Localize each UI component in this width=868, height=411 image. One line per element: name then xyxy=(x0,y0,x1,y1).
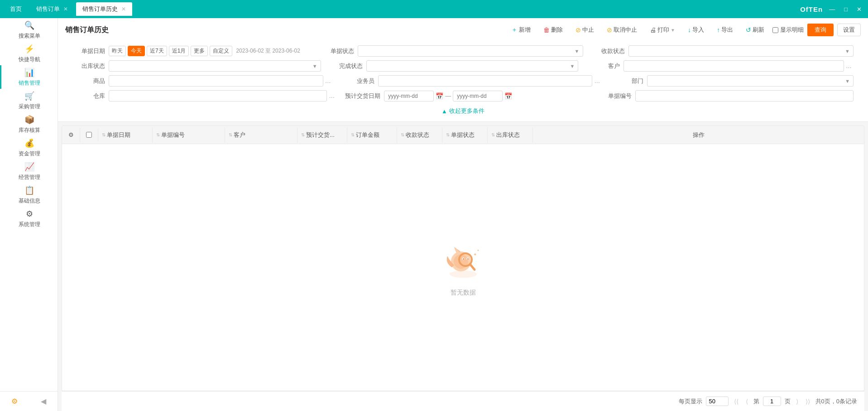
sidebar-item-operations[interactable]: 📈 经营管理 xyxy=(0,160,58,183)
import-button[interactable]: ↓ 导入 xyxy=(683,24,709,36)
sidebar-item-system-label: 系统管理 xyxy=(19,221,40,228)
page-header: 销售订单历史 ＋ 新增 🗑 删除 ⊘ 中止 ⊘ xyxy=(58,18,868,122)
import-icon: ↓ xyxy=(688,26,691,34)
th-date-sort-icon[interactable]: ⇅ xyxy=(102,132,106,137)
th-receipt-sort-icon[interactable]: ⇅ xyxy=(401,132,404,137)
warehouse-input[interactable] xyxy=(109,90,327,102)
sidebar-collapse-btn[interactable]: ◀ xyxy=(41,397,46,406)
tab-sales-order[interactable]: 销售订单 ✕ xyxy=(30,2,74,16)
tab-home[interactable]: 首页 xyxy=(4,2,28,16)
goods-input[interactable] xyxy=(109,75,323,87)
th-delivery-sort-icon[interactable]: ⇅ xyxy=(301,132,305,137)
collapse-more-btn[interactable]: ▲ 收起更多条件 xyxy=(72,105,854,117)
print-button[interactable]: 🖨 打印 ▼ xyxy=(645,24,680,36)
select-all-checkbox[interactable] xyxy=(86,132,92,138)
window-max-btn[interactable]: □ xyxy=(841,6,850,13)
per-page-select[interactable]: 50 100 200 xyxy=(706,396,729,406)
sidebar-item-system[interactable]: ⚙ 系统管理 xyxy=(0,207,58,230)
th-settings[interactable]: ⚙ xyxy=(62,128,80,142)
th-amount-sort-icon[interactable]: ⇅ xyxy=(351,132,355,137)
date-1month-btn[interactable]: 近1月 xyxy=(169,46,189,56)
th-order-sort-icon[interactable]: ⇅ xyxy=(156,132,160,137)
empty-illustration: ✦ ✦ xyxy=(441,238,486,283)
query-label: 查询 xyxy=(815,26,826,33)
system-icon: ⚙ xyxy=(26,209,33,219)
print-dropdown-icon[interactable]: ▼ xyxy=(671,28,675,33)
salesman-input[interactable] xyxy=(378,75,593,87)
delivery-date-end[interactable] xyxy=(453,91,503,102)
th-check[interactable] xyxy=(80,128,98,141)
page-title: 销售订单历史 xyxy=(65,25,109,35)
out-status-select[interactable] xyxy=(109,60,321,72)
new-button[interactable]: ＋ 新增 xyxy=(507,24,535,36)
last-page-btn[interactable]: ⟩⟩ xyxy=(804,397,812,406)
tab-sales-order-history-label: 销售订单历史 xyxy=(82,5,118,13)
tab-home-label: 首页 xyxy=(10,5,22,13)
basic-info-icon: 📋 xyxy=(24,185,34,195)
sidebar-item-purchase-label: 采购管理 xyxy=(19,103,40,111)
show-detail-input[interactable] xyxy=(772,27,778,33)
calendar-end-icon[interactable]: 📅 xyxy=(504,92,512,100)
import-label: 导入 xyxy=(692,26,704,34)
customer-dots[interactable]: … xyxy=(844,63,854,69)
tab-sales-order-history-close[interactable]: ✕ xyxy=(121,6,126,12)
window-close-btn[interactable]: ✕ xyxy=(854,6,864,13)
purchase-icon: 🛒 xyxy=(24,91,34,101)
sidebar-item-quick-nav[interactable]: ⚡ 快捷导航 xyxy=(0,42,58,65)
date-custom-btn[interactable]: 自定义 xyxy=(210,46,232,56)
th-status-sort-icon[interactable]: ⇅ xyxy=(446,132,450,137)
sidebar-item-finance[interactable]: 💰 资金管理 xyxy=(0,136,58,160)
dept-select[interactable] xyxy=(647,75,854,87)
date-yesterday-btn[interactable]: 昨天 xyxy=(109,46,126,56)
sidebar-bottom: ⚙ ◀ xyxy=(0,391,58,411)
show-detail-checkbox[interactable]: 显示明细 xyxy=(772,26,804,34)
setting-button[interactable]: 设置 xyxy=(837,24,861,36)
first-page-btn[interactable]: ⟨⟨ xyxy=(732,397,740,406)
th-out-sort-icon[interactable]: ⇅ xyxy=(491,132,495,137)
stop-button[interactable]: ⊘ 中止 xyxy=(571,24,599,36)
sidebar-item-inventory[interactable]: 📦 库存核算 xyxy=(0,112,58,136)
query-button[interactable]: 查询 xyxy=(807,24,834,36)
receipt-status-select[interactable] xyxy=(628,45,854,57)
warehouse-dots[interactable]: … xyxy=(327,92,336,99)
export-button[interactable]: ↑ 导出 xyxy=(712,24,738,36)
sidebar-settings-btn[interactable]: ⚙ xyxy=(11,397,18,406)
receipt-status-select-wrapper: ▼ xyxy=(628,45,854,57)
empty-state: ✦ ✦ 暂无数据 xyxy=(62,144,864,391)
date-today-btn[interactable]: 今天 xyxy=(128,46,145,56)
prev-page-btn[interactable]: ⟨ xyxy=(744,397,750,406)
next-page-btn[interactable]: ⟩ xyxy=(794,397,800,406)
date-7days-btn[interactable]: 近7天 xyxy=(147,46,167,56)
goods-dots[interactable]: … xyxy=(323,77,333,84)
svg-point-0 xyxy=(450,271,477,278)
sidebar-item-search[interactable]: 🔍 搜索菜单 xyxy=(0,18,58,42)
tab-bar: 首页 销售订单 ✕ 销售订单历史 ✕ OfTEn — □ ✕ xyxy=(0,0,868,18)
th-receipt: ⇅ 收款状态 xyxy=(397,127,442,143)
sidebar-item-sales[interactable]: 📊 销售管理 xyxy=(0,65,58,89)
calendar-start-icon[interactable]: 📅 xyxy=(436,92,443,100)
goods-label: 商品 xyxy=(72,77,109,85)
cancel-stop-label: 取消中止 xyxy=(614,26,637,34)
tab-sales-order-close[interactable]: ✕ xyxy=(63,6,68,12)
customer-input[interactable] xyxy=(623,60,844,72)
page-number-input[interactable] xyxy=(763,396,781,406)
delivery-date-start[interactable] xyxy=(384,91,434,102)
th-customer-sort-icon[interactable]: ⇅ xyxy=(229,132,232,137)
cancel-stop-button[interactable]: ⊘ 取消中止 xyxy=(602,24,642,36)
sidebar-item-purchase[interactable]: 🛒 采购管理 xyxy=(0,89,58,112)
complete-status-select[interactable] xyxy=(366,60,579,72)
complete-status-select-wrapper: ▼ xyxy=(366,60,579,72)
date-more-btn[interactable]: 更多 xyxy=(191,46,208,56)
salesman-dots[interactable]: … xyxy=(592,77,602,84)
th-op: 操作 xyxy=(533,127,864,143)
refresh-button[interactable]: ↺ 刷新 xyxy=(741,24,769,36)
tab-sales-order-history[interactable]: 销售订单历史 ✕ xyxy=(76,2,132,16)
salesman-label: 业务员 xyxy=(342,77,378,85)
order-status-select[interactable] xyxy=(358,45,583,57)
sidebar-item-basic-info[interactable]: 📋 基础信息 xyxy=(0,183,58,207)
order-no-input[interactable] xyxy=(635,90,854,102)
window-min-btn[interactable]: — xyxy=(826,6,838,13)
page-label: 页 xyxy=(785,397,791,406)
quick-nav-icon: ⚡ xyxy=(24,44,34,54)
delete-button[interactable]: 🗑 删除 xyxy=(539,24,567,36)
